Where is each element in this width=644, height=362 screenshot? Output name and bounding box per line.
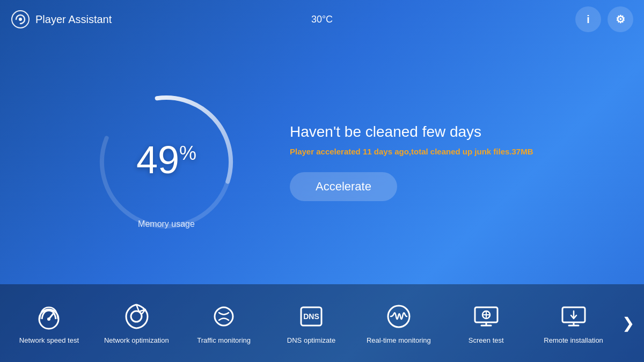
info-title: Haven't be cleaned few days xyxy=(290,123,558,141)
memory-gauge: 49% Memory usage xyxy=(86,82,247,242)
gauge-label: Memory usage xyxy=(138,219,195,229)
toolbar-label-network-opt: Network optimization xyxy=(104,336,169,344)
toolbar-item-screen[interactable]: Screen test xyxy=(442,295,530,351)
traffic-icon xyxy=(209,302,238,331)
info-button[interactable]: i xyxy=(575,6,601,32)
toolbar-label-realtime: Real-time monitoring xyxy=(367,336,431,344)
main-content: 49% Memory usage Haven't be cleaned few … xyxy=(0,39,644,285)
temperature-display: 30°C xyxy=(311,14,333,25)
svg-point-7 xyxy=(131,311,142,322)
toolbar-items: Network speed test Network optimization … xyxy=(5,295,617,351)
toolbar-item-traffic[interactable]: Traffic monitoring xyxy=(180,295,268,351)
info-subtitle: Player accelerated 11 days ago,total cle… xyxy=(290,147,558,156)
toolbar-item-realtime[interactable]: Real-time monitoring xyxy=(355,295,442,351)
toolbar-label-dns: DNS optimizate xyxy=(287,336,335,344)
header: Player Assistant 30°C i ⚙ xyxy=(0,0,644,39)
toolbar-label-traffic: Traffic monitoring xyxy=(197,336,251,344)
svg-point-6 xyxy=(47,317,50,321)
toolbar-item-network-opt[interactable]: Network optimization xyxy=(93,295,180,351)
gauge-center: 49% xyxy=(136,141,196,179)
toolbar-label-network-speed: Network speed test xyxy=(19,336,79,344)
screen-test-icon xyxy=(472,302,501,331)
info-panel: Haven't be cleaned few days Player accel… xyxy=(290,123,558,201)
settings-button[interactable]: ⚙ xyxy=(608,6,633,32)
accelerate-button[interactable]: Accelerate xyxy=(290,172,397,201)
subtitle-prefix: Player accelerated 11 days ago,total cle… xyxy=(290,147,512,156)
gauge-value: 49% xyxy=(136,141,196,179)
dns-icon: DNS xyxy=(297,302,326,331)
toolbar-item-remote[interactable]: Remote installation xyxy=(530,295,617,351)
realtime-icon xyxy=(384,302,413,331)
svg-text:DNS: DNS xyxy=(303,312,319,321)
app-logo-icon xyxy=(11,10,30,29)
toolbar-label-screen: Screen test xyxy=(469,336,504,344)
toolbar-item-dns[interactable]: DNS DNS optimizate xyxy=(268,295,355,351)
app-title: Player Assistant xyxy=(35,13,112,26)
toolbar-label-remote: Remote installation xyxy=(544,336,603,344)
svg-point-1 xyxy=(19,18,22,21)
subtitle-highlight: 37MB xyxy=(512,147,533,156)
bottom-toolbar: Network speed test Network optimization … xyxy=(0,284,644,362)
network-speed-icon xyxy=(34,302,63,331)
header-buttons: i ⚙ xyxy=(575,6,633,32)
toolbar-nav-arrow[interactable]: ❯ xyxy=(617,313,639,334)
toolbar-item-network-speed[interactable]: Network speed test xyxy=(5,295,93,351)
logo-area: Player Assistant xyxy=(11,10,112,29)
remote-install-icon xyxy=(559,302,588,331)
network-opt-icon xyxy=(122,302,151,331)
